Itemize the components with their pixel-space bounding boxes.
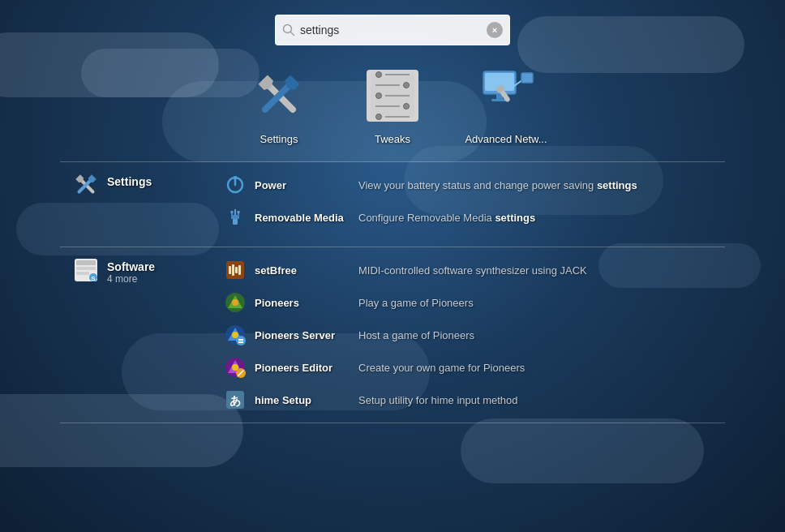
hime-icon-svg: あ: [225, 389, 246, 410]
svg-text:あ: あ: [229, 394, 241, 407]
result-removable-media[interactable]: Removable Media Configure Removable Medi…: [214, 201, 725, 234]
setbfree-icon-svg: [225, 260, 246, 281]
divider-3: [60, 423, 725, 423]
power-icon-svg: [225, 174, 246, 195]
svg-rect-31: [76, 272, 89, 275]
svg-rect-30: [76, 267, 96, 270]
software-section-text: Software 4 more: [107, 257, 155, 285]
settings-section-text: Settings: [107, 172, 152, 188]
software-icon-svg: S: [73, 257, 99, 283]
svg-rect-22: [231, 215, 239, 219]
svg-rect-11: [521, 73, 533, 83]
svg-rect-36: [232, 264, 234, 276]
search-bar-wrapper: ×: [275, 15, 510, 45]
svg-rect-47: [238, 341, 243, 343]
result-pioneers[interactable]: Pioneers Play a game of Pioneers: [214, 286, 725, 319]
tweaks-icon-box: [367, 70, 418, 122]
svg-line-1: [291, 32, 294, 36]
pioneers-editor-icon-svg: [225, 357, 246, 378]
pioneers-editor-result-name: Pioneers Editor: [255, 362, 352, 374]
pioneers-server-result-name: Pioneers Server: [255, 329, 352, 341]
settings-small-icon: [73, 172, 99, 198]
settings-app-icon: [247, 63, 311, 128]
setbfree-icon: [224, 259, 247, 281]
result-power[interactable]: Power View your battery status and chang…: [214, 169, 725, 201]
pioneers-editor-result-desc: Create your own game for Pioneers: [358, 362, 525, 374]
svg-rect-20: [234, 176, 237, 179]
pioneers-server-icon-svg: [225, 324, 246, 345]
hime-setup-result-desc: Setup utility for hime input method: [358, 394, 518, 406]
settings-icon-svg: [250, 66, 308, 125]
setbfree-result-name: setBfree: [255, 264, 352, 277]
svg-line-53: [238, 375, 238, 376]
power-icon: [224, 174, 247, 196]
settings-section-icon: [73, 172, 99, 198]
app-icons-row: Settings: [222, 55, 563, 155]
search-input[interactable]: [300, 24, 487, 36]
result-pioneers-server[interactable]: Pioneers Server Host a game of Pioneers: [214, 319, 725, 351]
tweaks-app-icon: [360, 63, 425, 128]
svg-rect-29: [76, 260, 96, 265]
pioneers-icon-svg: [225, 292, 246, 313]
hime-setup-result-name: hime Setup: [255, 394, 352, 406]
software-results-section: S Software 4 more: [60, 247, 725, 423]
removable-media-result-name: Removable Media: [255, 212, 352, 224]
settings-results-section: Settings Power View your battery status …: [60, 162, 725, 240]
software-section-title: Software: [107, 257, 155, 273]
app-settings[interactable]: Settings: [222, 55, 336, 155]
advanced-network-app-label: Advanced Netw...: [465, 133, 547, 145]
search-clear-button[interactable]: ×: [487, 22, 503, 38]
svg-rect-26: [231, 211, 234, 213]
usb-icon-svg: [225, 207, 246, 228]
pioneers-server-icon: [224, 324, 247, 346]
svg-rect-38: [238, 265, 241, 275]
svg-rect-21: [233, 218, 238, 225]
network-icon-svg: [477, 66, 535, 125]
software-section-subtitle: 4 more: [107, 273, 155, 285]
software-results-right: setBfree MIDI-controlled software synthe…: [214, 247, 725, 423]
power-result-desc: View your battery status and change powe…: [358, 179, 637, 191]
advanced-network-app-icon: [474, 63, 538, 128]
main-content: × Settings: [0, 0, 785, 532]
removable-media-result-desc: Configure Removable Media settings: [358, 212, 535, 224]
pioneers-result-name: Pioneers: [255, 297, 352, 309]
power-result-name: Power: [255, 179, 352, 191]
software-section-left: S Software 4 more: [60, 247, 214, 423]
settings-section-title: Settings: [107, 172, 152, 188]
app-advanced-network[interactable]: Advanced Netw...: [449, 55, 563, 155]
search-icon: [282, 24, 295, 36]
result-pioneers-editor[interactable]: Pioneers Editor Create your own game for…: [214, 351, 725, 384]
pioneers-editor-icon: [224, 356, 247, 379]
tweaks-app-label: Tweaks: [375, 133, 410, 145]
svg-text:S: S: [91, 275, 96, 282]
pioneers-result-desc: Play a game of Pioneers: [358, 297, 474, 309]
svg-rect-37: [235, 267, 238, 273]
svg-rect-27: [238, 211, 240, 213]
software-section-icon: S: [73, 257, 99, 283]
hime-icon: あ: [224, 388, 247, 411]
svg-rect-35: [229, 266, 231, 274]
settings-results-right: Power View your battery status and chang…: [214, 162, 725, 240]
pioneers-icon: [224, 291, 247, 314]
usb-icon: [224, 206, 247, 229]
result-hime-setup[interactable]: あ hime Setup Setup utility for hime inpu…: [214, 384, 725, 416]
settings-app-label: Settings: [260, 133, 298, 145]
app-tweaks[interactable]: Tweaks: [336, 55, 449, 155]
result-setbfree[interactable]: setBfree MIDI-controlled software synthe…: [214, 254, 725, 286]
svg-rect-46: [238, 339, 243, 341]
setbfree-result-desc: MIDI-controlled software synthesizer usi…: [358, 264, 587, 277]
pioneers-server-result-desc: Host a game of Pioneers: [358, 329, 474, 341]
svg-point-41: [232, 299, 238, 306]
search-bar: ×: [275, 15, 510, 45]
settings-section-left: Settings: [60, 162, 214, 240]
